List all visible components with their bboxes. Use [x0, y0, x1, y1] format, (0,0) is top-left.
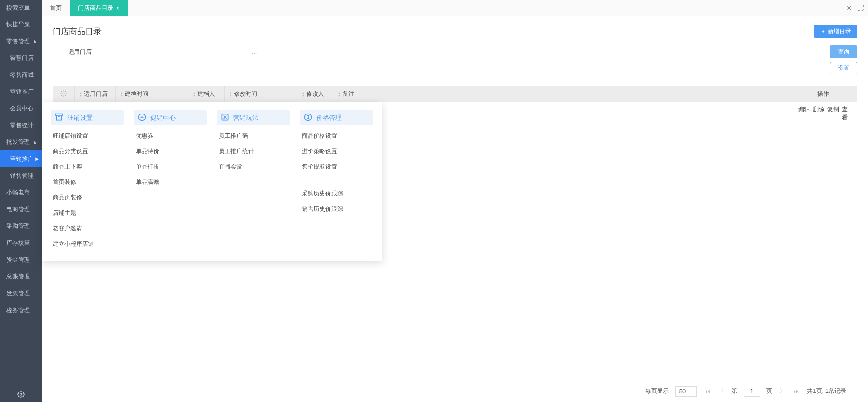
caret-up-icon: ▲: [33, 39, 37, 44]
prev-page-button[interactable]: 〈: [717, 387, 725, 395]
col-modify-time[interactable]: ▲▼修改时间: [224, 86, 297, 102]
sidebar-item-12[interactable]: 电商管理: [0, 201, 42, 218]
section-icon: [221, 113, 230, 123]
sidebar-item-17[interactable]: 发票管理: [0, 285, 42, 302]
cell-ops: 编辑删除复制查看: [789, 102, 857, 125]
col-store[interactable]: ▲▼适用门店: [74, 86, 115, 102]
flyout-item[interactable]: 店铺主题: [51, 209, 124, 217]
flyout-item[interactable]: 售价提取设置: [300, 163, 373, 171]
flyout-item[interactable]: 单品满赠: [134, 178, 207, 186]
sidebar-item-label: 销售管理: [10, 172, 34, 180]
flyout-item[interactable]: 旺铺店铺设置: [51, 132, 124, 140]
flyout-item[interactable]: 员工推广统计: [217, 147, 290, 155]
filter-label-store: 适用门店: [68, 48, 92, 56]
sidebar-item-4[interactable]: 零售商城: [0, 66, 42, 83]
col-modifier[interactable]: ▲▼修改人: [297, 86, 333, 102]
sidebar-item-label: 采购管理: [6, 222, 30, 230]
col-ops: 操作: [789, 86, 857, 102]
settings-button[interactable]: 设置: [830, 62, 857, 74]
flyout-item[interactable]: 单品打折: [134, 163, 207, 171]
col-create-time[interactable]: ▲▼建档时间: [115, 86, 188, 102]
sidebar-item-8[interactable]: 批发管理▲: [0, 134, 42, 150]
sidebar-item-label: 零售商城: [10, 71, 34, 79]
sidebar-item-16[interactable]: 总账管理: [0, 268, 42, 285]
flyout-item[interactable]: 采购历史价跟踪: [300, 189, 373, 198]
section-icon: [54, 113, 64, 123]
last-page-button[interactable]: ⏭: [793, 388, 800, 395]
settings-gear-icon[interactable]: [0, 387, 42, 402]
copy-link[interactable]: 复制: [827, 106, 839, 113]
section-title: 价格管理: [316, 114, 342, 122]
col-remark[interactable]: ▲▼备注: [333, 86, 789, 102]
sidebar-item-3[interactable]: 智慧门店: [0, 50, 42, 66]
flyout-item[interactable]: 老客户邀请: [51, 224, 124, 233]
flyout-item[interactable]: 建立小程序店铺: [51, 240, 124, 248]
flyout-item[interactable]: 销售历史价跟踪: [300, 205, 373, 213]
sidebar-item-label: 批发管理: [6, 138, 30, 146]
edit-link[interactable]: 编辑: [798, 106, 810, 113]
sidebar-item-15[interactable]: 资金管理: [0, 251, 42, 268]
view-link[interactable]: 查看: [842, 106, 848, 121]
sidebar-item-label: 发票管理: [6, 289, 30, 298]
column-config-button[interactable]: [53, 86, 74, 102]
sidebar-item-9[interactable]: 营销推广◀: [0, 150, 42, 167]
sidebar-item-label: 智慧门店: [10, 54, 34, 62]
caret-right-icon: ◀: [35, 156, 39, 161]
sidebar-item-14[interactable]: 库存核算: [0, 234, 42, 251]
sidebar-item-7[interactable]: 零售统计: [0, 117, 42, 134]
sidebar-item-label: 快捷导航: [6, 20, 30, 29]
sidebar-item-2[interactable]: 零售管理▲: [0, 33, 42, 50]
sidebar-item-18[interactable]: 税务管理: [0, 302, 42, 318]
fullscreen-icon[interactable]: ⛶: [858, 4, 864, 12]
sidebar-item-6[interactable]: 会员中心: [0, 100, 42, 117]
flyout-item[interactable]: 商品上下架: [51, 163, 124, 171]
sidebar-item-5[interactable]: 营销推广: [0, 83, 42, 100]
plus-icon: ＋: [820, 28, 826, 35]
sidebar-item-10[interactable]: 销售管理: [0, 167, 42, 184]
query-button[interactable]: 查询: [830, 45, 857, 58]
add-catalog-button[interactable]: ＋新增目录: [814, 25, 857, 38]
store-filter-input[interactable]: [95, 45, 250, 58]
flyout-section-head: 营销玩法: [217, 110, 290, 125]
more-dots-icon[interactable]: …: [251, 49, 258, 55]
page-title: 门店商品目录: [53, 26, 102, 37]
sidebar: 搜索菜单快捷导航零售管理▲智慧门店零售商城营销推广会员中心零售统计批发管理▲营销…: [0, 0, 42, 402]
close-all-icon[interactable]: ✕: [846, 4, 852, 12]
flyout-item[interactable]: 员工推广码: [217, 132, 290, 140]
tab-store-catalog[interactable]: 门店商品目录×: [70, 0, 128, 16]
sidebar-item-13[interactable]: 采购管理: [0, 218, 42, 234]
caret-up-icon: ▲: [33, 139, 37, 144]
tab-home[interactable]: 首页: [42, 0, 70, 16]
flyout-item[interactable]: 首页装修: [51, 178, 124, 186]
sidebar-item-label: 税务管理: [6, 306, 30, 314]
sidebar-item-label: 会员中心: [10, 104, 34, 113]
flyout-item[interactable]: 直播卖货: [217, 163, 290, 171]
first-page-button[interactable]: ⏮: [703, 388, 711, 395]
sidebar-item-11[interactable]: 小畅电商: [0, 184, 42, 201]
chevron-down-icon: ⌄: [689, 389, 693, 394]
flyout-item[interactable]: 商品价格设置: [300, 132, 373, 140]
flyout-item[interactable]: 优惠券: [134, 132, 207, 140]
page-number-input[interactable]: [744, 386, 760, 397]
flyout-item[interactable]: 商品页装修: [51, 194, 124, 202]
sidebar-item-label: 资金管理: [6, 256, 30, 264]
close-icon[interactable]: ×: [116, 5, 119, 11]
svg-point-0: [20, 393, 22, 395]
delete-link[interactable]: 删除: [813, 106, 824, 113]
section-icon: [137, 113, 147, 123]
sidebar-item-1[interactable]: 快捷导航: [0, 16, 42, 33]
sidebar-item-0[interactable]: 搜索菜单: [0, 0, 42, 16]
col-creator[interactable]: ▲▼建档人: [188, 86, 224, 102]
per-page-select[interactable]: 50 ⌄: [675, 386, 697, 397]
sidebar-item-label: 营销推广: [10, 155, 34, 163]
sidebar-item-label: 库存核算: [6, 239, 30, 247]
svg-point-1: [63, 93, 64, 94]
separator: [300, 180, 373, 180]
flyout-item[interactable]: 商品分类设置: [51, 147, 124, 155]
sidebar-item-label: 零售管理: [6, 37, 30, 45]
sidebar-item-label: 搜索菜单: [6, 4, 30, 12]
sidebar-item-label: 总账管理: [6, 273, 30, 281]
next-page-button[interactable]: 〉: [779, 387, 786, 395]
flyout-item[interactable]: 进价策略设置: [300, 147, 373, 155]
flyout-item[interactable]: 单品特价: [134, 147, 207, 155]
